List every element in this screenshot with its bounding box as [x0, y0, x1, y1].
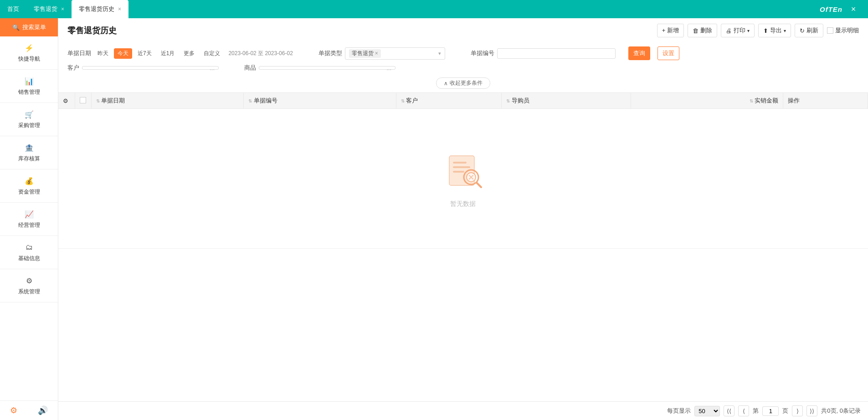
sidebar-label-purchase-mgmt: 采购管理 [18, 122, 40, 129]
settings-filter-button[interactable]: 设置 [657, 46, 679, 60]
date-range-text: 2023-06-02 至 2023-06-02 [228, 50, 293, 57]
page-header: 零售退货历史 + 新增 🗑 删除 🖨 打印 ▾ ⬆ 导出 [58, 18, 868, 93]
page-title: 零售退货历史 [67, 25, 117, 36]
goods-filter-label: 商品 [244, 64, 256, 72]
top-bar-right: OfTEn × [820, 2, 868, 16]
number-filter-input[interactable] [497, 48, 616, 59]
sort-guide-icon[interactable]: ⇅ [506, 98, 510, 103]
th-checkbox[interactable] [75, 93, 91, 109]
window-close-button[interactable]: × [846, 2, 861, 16]
operations-icon: 📈 [24, 209, 34, 219]
sidebar-bottom: ⚙ 🔊 [0, 400, 58, 420]
goods-filter-item: 商品 [244, 64, 395, 72]
sidebar-item-purchase-mgmt[interactable]: 🛒 采购管理 [0, 103, 58, 136]
tab-close-2[interactable]: × [118, 6, 121, 12]
sidebar-label-finance: 资金管理 [18, 188, 40, 196]
sidebar-item-inventory[interactable]: 🏦 库存核算 [0, 136, 58, 169]
basic-info-icon: 🗂 [24, 242, 34, 252]
tab-0[interactable]: 首页 [0, 0, 26, 18]
th-customer: ⇅ 客户 [396, 93, 502, 109]
export-icon: ⬆ [763, 27, 768, 34]
settings-icon[interactable]: ⚙ [10, 405, 17, 415]
sidebar-item-operations[interactable]: 📈 经营管理 [0, 203, 58, 236]
purchase-mgmt-icon: 🛒 [24, 109, 34, 119]
date-btn-近7天[interactable]: 近7天 [134, 48, 155, 59]
date-filter-buttons: 昨天今天近7天近1月更多自定义 [94, 48, 224, 59]
sidebar-item-sales-mgmt[interactable]: 📊 销售管理 [0, 70, 58, 103]
sales-mgmt-icon: 📊 [24, 76, 34, 86]
collapse-wrap: ∧ 收起更多条件 [67, 76, 859, 92]
print-button[interactable]: 🖨 打印 ▾ [721, 24, 755, 37]
table-head: ⚙ ⇅ 单据日期 ⇅ 单据编号 ⇅ 客户 ⇅ 导购员 ⇅ 实销金额 操作 [58, 93, 868, 109]
tab-list: 首页零售退货×零售退货历史× [0, 0, 820, 18]
sidebar-item-system[interactable]: ⚙ 系统管理 [0, 269, 58, 302]
page-number-input[interactable] [762, 406, 779, 416]
type-filter-label: 单据类型 [318, 49, 342, 57]
collapse-icon: ∧ [444, 80, 448, 87]
collapse-button[interactable]: ∧ 收起更多条件 [436, 77, 490, 89]
show-detail-label: 显示明细 [835, 26, 859, 35]
main-layout: 🔍 搜索菜单 ⚡ 快捷导航 📊 销售管理 🛒 采购管理 🏦 库存核算 💰 资金管… [0, 18, 868, 420]
svg-line-6 [477, 183, 481, 187]
th-action: 操作 [783, 93, 868, 109]
page-size-select[interactable]: 20 50 100 [694, 406, 720, 416]
export-chevron-icon: ▾ [784, 28, 786, 33]
customer-filter-label: 客户 [67, 64, 79, 72]
sidebar-label-sales-mgmt: 销售管理 [18, 88, 40, 96]
refresh-icon: ↻ [800, 27, 805, 34]
sidebar-item-quick-nav[interactable]: ⚡ 快捷导航 [0, 36, 58, 70]
date-btn-今天[interactable]: 今天 [114, 48, 132, 59]
type-tag-remove[interactable]: × [375, 50, 378, 56]
sidebar-item-finance[interactable]: 💰 资金管理 [0, 169, 58, 203]
tab-1[interactable]: 零售退货× [26, 0, 72, 18]
prev-page-button[interactable]: ⟨ [738, 405, 749, 416]
query-button[interactable]: 查询 [628, 46, 650, 60]
new-button[interactable]: + 新增 [657, 24, 684, 37]
type-tag: 零售退货 × [349, 49, 381, 58]
sidebar-search[interactable]: 🔍 搜索菜单 [0, 18, 58, 36]
customer-filter-input[interactable] [82, 66, 219, 70]
content-area: 零售退货历史 + 新增 🗑 删除 🖨 打印 ▾ ⬆ 导出 [58, 18, 868, 420]
delete-button[interactable]: 🗑 删除 [688, 24, 717, 37]
type-filter-item: 单据类型 零售退货 × ▾ [318, 47, 445, 60]
finance-icon: 💰 [24, 176, 34, 186]
next-page-button[interactable]: ⟩ [792, 405, 803, 416]
date-btn-昨天[interactable]: 昨天 [94, 48, 112, 59]
th-settings[interactable]: ⚙ [58, 93, 75, 109]
sidebar-item-basic-info[interactable]: 🗂 基础信息 [0, 236, 58, 269]
tab-2[interactable]: 零售退货历史× [72, 0, 128, 18]
number-filter-item: 单据编号 [471, 48, 616, 59]
sort-customer-icon[interactable]: ⇅ [401, 98, 405, 103]
total-info: 共0页, 0条记录 [821, 407, 861, 415]
system-icon: ⚙ [24, 276, 34, 286]
sound-icon[interactable]: 🔊 [38, 405, 48, 415]
date-btn-自定义[interactable]: 自定义 [200, 48, 224, 59]
quick-nav-icon: ⚡ [24, 43, 34, 53]
print-chevron-icon: ▾ [747, 28, 750, 33]
export-button[interactable]: ⬆ 导出 ▾ [758, 24, 791, 37]
sort-number-icon[interactable]: ⇅ [248, 98, 252, 103]
last-page-button[interactable]: ⟩⟩ [806, 405, 817, 416]
empty-illustration [440, 149, 486, 195]
page-size-label: 每页显示 [667, 407, 691, 415]
date-btn-近1月[interactable]: 近1月 [157, 48, 179, 59]
first-page-button[interactable]: ⟨⟨ [724, 405, 734, 416]
goods-filter-input[interactable] [259, 66, 395, 70]
pagination-bar: 每页显示 20 50 100 ⟨⟨ ⟨ 第 页 ⟩ ⟩⟩ 共0页, 0条记录 [58, 401, 868, 420]
sort-date-icon[interactable]: ⇅ [96, 98, 100, 103]
select-all-checkbox[interactable] [80, 97, 86, 103]
refresh-button[interactable]: ↻ 刷新 [795, 24, 823, 37]
sidebar-search-label: 搜索菜单 [22, 23, 46, 31]
th-date: ⇅ 单据日期 [91, 93, 244, 109]
print-icon: 🖨 [726, 27, 732, 34]
tab-close-1[interactable]: × [61, 6, 64, 12]
type-select-chevron-icon: ▾ [438, 51, 441, 56]
date-btn-更多[interactable]: 更多 [180, 48, 198, 59]
sort-amount-icon[interactable]: ⇅ [750, 98, 753, 103]
table-body: 暂无数据 [58, 109, 868, 249]
th-number: ⇅ 单据编号 [244, 93, 396, 109]
empty-cell: 暂无数据 [58, 109, 868, 249]
delete-icon: 🗑 [693, 27, 699, 34]
show-detail-checkbox[interactable] [827, 27, 833, 34]
type-filter-select[interactable]: 零售退货 × ▾ [345, 47, 445, 60]
